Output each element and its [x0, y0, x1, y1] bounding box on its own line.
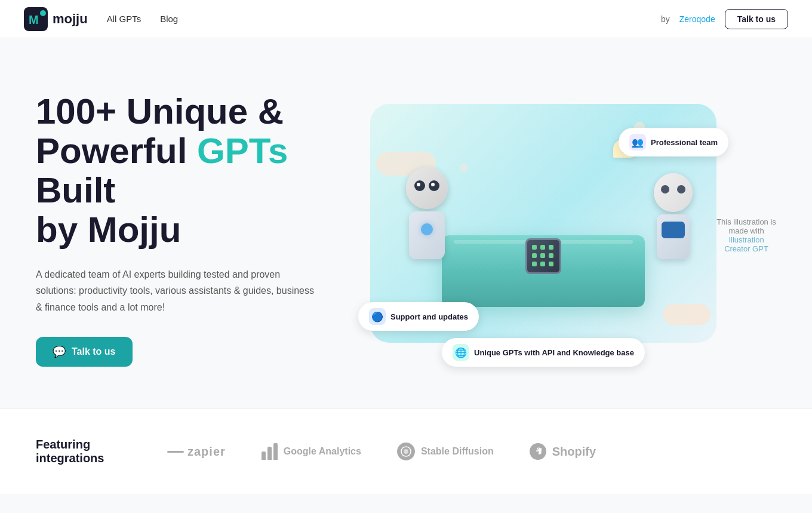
- ga-bar-2: [267, 447, 272, 460]
- zeroqode-link[interactable]: Zeroqode: [679, 14, 715, 24]
- hero-description: A dedicated team of AI experts building …: [36, 266, 322, 315]
- robot-left: [406, 167, 448, 259]
- google-analytics-text: Google Analytics: [284, 446, 361, 457]
- talk-btn-hero-label: Talk to us: [72, 346, 116, 357]
- stable-diffusion-text: Stable Diffusion: [421, 446, 494, 457]
- navbar-left: M mojju All GPTs Blog: [24, 7, 178, 31]
- robot-left-chest-light: [421, 223, 433, 235]
- by-label: by: [661, 14, 670, 24]
- mojju-logo-icon: M: [24, 7, 48, 31]
- badge-unique-label: Unique GPTs with API and Knowledge base: [474, 348, 634, 357]
- ga-bar-1: [262, 451, 266, 460]
- robot-right-body: [657, 214, 690, 259]
- badge-professional: 👥 Professional team: [619, 128, 728, 156]
- badge-unique-icon: 🌐: [453, 344, 469, 361]
- ga-bar-3: [273, 443, 278, 460]
- chip: [525, 238, 561, 274]
- zapier-text: zapier: [187, 445, 226, 459]
- hero-title: 100+ Unique &Powerful GPTs Builtby Mojju: [36, 92, 370, 250]
- shopify-icon: [530, 443, 546, 460]
- chip-dot-3: [549, 245, 553, 250]
- hero-title-part2: Builtby Mojju: [36, 170, 181, 250]
- chip-dot-4: [532, 253, 537, 258]
- hero-content: 100+ Unique &Powerful GPTs Builtby Mojju…: [36, 92, 370, 367]
- illustration-container: 💬 🔵 Support and updates 👥 Professional t…: [370, 104, 716, 355]
- navbar-right: by Zeroqode Talk to us: [661, 9, 788, 29]
- illustration-creator-link[interactable]: Illustration Creator GPT: [724, 235, 768, 253]
- deco-ball-3: [460, 164, 468, 172]
- badge-support: 🔵 Support and updates: [358, 302, 479, 331]
- chip-dot-5: [540, 253, 545, 258]
- nav-all-gpts[interactable]: All GPTs: [107, 14, 142, 24]
- api-icon: 🌐: [455, 347, 467, 358]
- hero-section: 100+ Unique &Powerful GPTs Builtby Mojju…: [0, 38, 812, 408]
- shopify-text: Shopify: [552, 445, 596, 459]
- badge-support-label: Support and updates: [390, 312, 468, 321]
- chip-dot-8: [540, 262, 545, 266]
- google-analytics-logo: Google Analytics: [262, 443, 361, 460]
- nav-blog[interactable]: Blog: [160, 14, 178, 24]
- robot-left-eye-left: [414, 180, 425, 191]
- chip-dot-7: [532, 262, 537, 266]
- zapier-dash: [167, 451, 184, 453]
- stable-diffusion-icon: [397, 443, 415, 460]
- talk-to-us-nav-button[interactable]: Talk to us: [725, 9, 788, 29]
- navbar: M mojju All GPTs Blog by Zeroqode Talk t…: [0, 0, 812, 38]
- robot-right-screen: [662, 222, 685, 238]
- chat-icon: 💬: [53, 345, 66, 358]
- shopify-svg: [533, 446, 543, 457]
- badge-professional-icon: 👥: [629, 134, 646, 150]
- integrations-inner: Featuring integrations zapier Google Ana…: [36, 438, 776, 465]
- badge-unique: 🌐 Unique GPTs with API and Knowledge bas…: [442, 338, 645, 367]
- stable-diffusion-svg: [401, 446, 411, 457]
- support-icon: 🔵: [371, 311, 383, 322]
- hero-title-highlight: GPTs: [197, 131, 288, 171]
- svg-text:M: M: [29, 13, 39, 26]
- integrations-logos: zapier Google Analytics: [167, 443, 776, 460]
- integrations-section: Featuring integrations zapier Google Ana…: [0, 408, 812, 494]
- chip-dot-9: [549, 262, 553, 266]
- logo-text: mojju: [53, 11, 88, 27]
- robot-left-eye-right: [429, 180, 439, 191]
- zapier-logo: zapier: [167, 445, 226, 459]
- logo[interactable]: M mojju: [24, 7, 88, 31]
- caption-text: This illustration is made with: [716, 217, 776, 235]
- hero-illustration: 💬 🔵 Support and updates 👥 Professional t…: [370, 98, 776, 361]
- chip-dot-6: [549, 253, 553, 258]
- stable-diffusion-logo: Stable Diffusion: [397, 443, 494, 460]
- cloud-right: [663, 304, 710, 325]
- badge-support-icon: 🔵: [369, 308, 386, 325]
- talk-to-us-hero-button[interactable]: 💬 Talk to us: [36, 337, 133, 367]
- google-analytics-icon: [262, 443, 278, 460]
- robot-left-head: [406, 167, 448, 209]
- robot-right-eye-left: [661, 185, 669, 193]
- integrations-label: Featuring integrations: [36, 438, 131, 465]
- robot-right-eye-right: [677, 185, 685, 193]
- shopify-logo: Shopify: [530, 443, 596, 460]
- svg-point-2: [40, 10, 46, 16]
- robot-right: [654, 173, 693, 259]
- robot-right-head: [654, 173, 693, 212]
- robot-left-body: [409, 211, 445, 259]
- chip-dot-2: [540, 245, 545, 250]
- badge-professional-label: Professional team: [651, 138, 718, 147]
- illustration-caption: This illustration is made with Illustrat…: [716, 217, 776, 253]
- team-icon: 👥: [632, 137, 644, 148]
- chip-dot-1: [532, 245, 537, 250]
- svg-point-4: [404, 449, 408, 454]
